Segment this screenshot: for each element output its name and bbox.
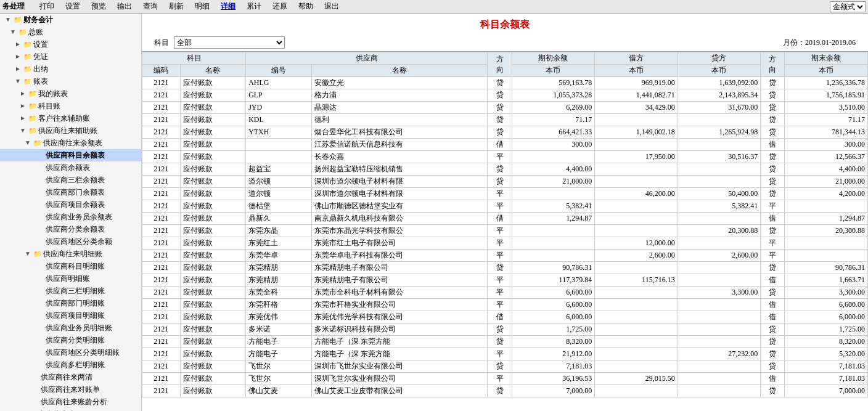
cell-closing-dir: 贷 <box>761 336 785 348</box>
expand-icon[interactable]: ► <box>15 39 22 50</box>
table-row[interactable]: 2121 应付账款 德枯堡 佛山市顺德区德枯堡实业有 平 5,382.41 5,… <box>142 200 868 213</box>
sidebar-item-供应商三栏明细账[interactable]: 供应商三栏明细账 <box>0 285 141 297</box>
menu-item-还原[interactable]: 还原 <box>270 1 290 12</box>
sidebar-item-供应商地区分类明细账[interactable]: 供应商地区分类明细账 <box>0 346 141 359</box>
menu-item-帮助[interactable]: 帮助 <box>296 1 316 12</box>
expand-icon[interactable]: ► <box>20 88 27 99</box>
menu-item-详细[interactable]: 详细 <box>218 1 238 12</box>
format-select[interactable]: 金额式数量式 <box>830 1 866 12</box>
table-row[interactable]: 2121 应付账款 鼎新久 南京鼎新久机电科技有限公 借 1,294.87 借 … <box>142 213 868 225</box>
table-row[interactable]: 2121 应付账款 长春众嘉 平 17,950.00 30,516.37 贷 1… <box>142 151 868 163</box>
table-row[interactable]: 2121 应付账款 GLP 格力浦 贷 1,055,373.28 1,441,0… <box>142 89 868 102</box>
menu-item-退出[interactable]: 退出 <box>322 1 342 12</box>
table-row[interactable]: 2121 应付账款 多米诺 多米诺标识科技有限公司 贷 1,725.00 贷 1… <box>142 324 868 336</box>
cell-supplier-name: 东莞华卓电子科技有限公司 <box>311 250 488 262</box>
sidebar-item-供应商分类余额表[interactable]: 供应商分类余额表 <box>0 223 141 235</box>
sidebar-item-科目账[interactable]: ►📁科目账 <box>0 100 141 112</box>
menu-item-累计[interactable]: 累计 <box>244 1 264 12</box>
expand-icon[interactable]: ▼ <box>25 137 32 149</box>
sidebar-item-供应商往来对账单[interactable]: 供应商往来对账单 <box>0 383 141 396</box>
sidebar-item-供应商项目明细账[interactable]: 供应商项目明细账 <box>0 309 141 322</box>
expand-icon[interactable]: ▼ <box>5 14 12 25</box>
cell-code: 2121 <box>142 200 181 213</box>
sidebar-item-供应商三栏余额表[interactable]: 供应商三栏余额表 <box>0 174 141 186</box>
table-row[interactable]: 2121 应付账款 道尔顿 深圳市道尔顿电子材料有限 平 46,200.00 5… <box>142 188 868 200</box>
sidebar-item-供应商往来余额表[interactable]: ▼📁供应商往来余额表 <box>0 137 141 149</box>
table-row[interactable]: 2121 应付账款 飞世尔 深圳市飞世尔实业有限公司 贷 7,181.03 贷 … <box>142 360 868 373</box>
cell-subject: 应付账款 <box>180 200 245 213</box>
table-row[interactable]: 2121 应付账款 道尔顿 深圳市道尔顿电子材料有限 贷 21,000.00 贷… <box>142 176 868 188</box>
sidebar-item-总账[interactable]: ▼📁总账 <box>0 26 141 38</box>
sidebar-item-供应商地区分类余额[interactable]: 供应商地区分类余额 <box>0 235 141 248</box>
sidebar-item-供应商项目余额表[interactable]: 供应商项目余额表 <box>0 198 141 211</box>
sidebar-item-出纳[interactable]: ►📁出纳 <box>0 63 141 75</box>
folder-icon: 📁 <box>33 137 42 149</box>
sidebar-item-个人往来账[interactable]: ►📁个人往来账 <box>0 408 141 411</box>
table-row[interactable]: 2121 应付账款 飞世尔 深圳飞世尔实业有限公司 平 36,196.53 29… <box>142 373 868 385</box>
sidebar-item-供应商部门余额表[interactable]: 供应商部门余额表 <box>0 186 141 198</box>
expand-icon[interactable]: ► <box>15 63 22 75</box>
sidebar-item-账表[interactable]: ▼📁账表 <box>0 75 141 87</box>
cell-supplier-code: 东莞红土 <box>246 237 311 250</box>
menu-item-设置[interactable]: 设置 <box>63 1 83 12</box>
table-row[interactable]: 2121 应付账款 佛山艾麦 佛山艾麦工业皮带有限公司 贷 7,000.00 贷… <box>142 385 868 397</box>
sidebar-item-供应商业务员明细账[interactable]: 供应商业务员明细账 <box>0 322 141 334</box>
sidebar-item-供应商明细账[interactable]: 供应商明细账 <box>0 272 141 285</box>
sidebar-item-供应商科目明细账[interactable]: 供应商科目明细账 <box>0 260 141 272</box>
sidebar-item-供应商业务员余额表[interactable]: 供应商业务员余额表 <box>0 211 141 223</box>
table-row[interactable]: 2121 应付账款 东莞秆格 东莞市秆格实业有限公司 平 6,600.00 借 … <box>142 299 868 311</box>
sidebar-item-供应商往来辅助账[interactable]: ▼📁供应商往来辅助账 <box>0 124 141 137</box>
subject-select[interactable]: 全部2121 <box>174 36 285 49</box>
table-row[interactable]: 2121 应付账款 方能电子 方能电子（深 东莞方能 平 21,912.00 2… <box>142 348 868 360</box>
table-row[interactable]: 2121 应付账款 超益宝 扬州超益宝勒特压缩机销售 贷 4,400.00 贷 … <box>142 163 868 176</box>
menu-item-打印[interactable]: 打印 <box>37 1 57 12</box>
cell-closing-dir: 贷 <box>761 151 785 163</box>
menu-item-刷新[interactable]: 刷新 <box>166 1 186 12</box>
sidebar-item-客户往来辅助账[interactable]: ►📁客户往来辅助账 <box>0 112 141 124</box>
sidebar-item-我的账表[interactable]: ►📁我的账表 <box>0 87 141 100</box>
sidebar-item-供应商科目余额表[interactable]: 供应商科目余额表 <box>0 149 141 161</box>
table-row[interactable]: 2121 应付账款 东莞优伟 东莞优伟光学科技有限公司 借 6,000.00 借… <box>142 311 868 324</box>
table-row[interactable]: 2121 应付账款 东莞东晶 东莞市东晶光学科技有限公 平 20,300.88 … <box>142 225 868 237</box>
cell-dir: 平 <box>488 250 512 262</box>
menu-item-明细[interactable]: 明细 <box>192 1 212 12</box>
expand-icon[interactable]: ▼ <box>20 125 27 136</box>
expand-icon[interactable]: ▼ <box>10 26 17 38</box>
menu-item-查询[interactable]: 查询 <box>141 1 160 12</box>
menu-item-预览[interactable]: 预览 <box>89 1 108 12</box>
table-row[interactable]: 2121 应付账款 AHLG 安徽立光 贷 569,163.78 969,919… <box>142 77 868 89</box>
sidebar-item-供应商往来两清[interactable]: 供应商往来两清 <box>0 371 141 383</box>
table-container[interactable]: 科目 供应商 方向 期初余额 借方 贷方 方向 期末余额 编码 名称 编号 名称… <box>142 51 868 411</box>
cell-supplier-code <box>246 151 311 163</box>
expand-icon[interactable]: ▼ <box>25 248 32 259</box>
sidebar-item-供应商往来明细账[interactable]: ▼📁供应商往来明细账 <box>0 248 141 260</box>
sidebar-item-设置[interactable]: ►📁设置 <box>0 38 141 51</box>
cell-credit: 5,382.41 <box>678 200 761 213</box>
table-row[interactable]: 2121 应付账款 东莞精朋 东莞精朋电子有限公司 贷 90,786.31 贷 … <box>142 262 868 274</box>
table-row[interactable]: 2121 应付账款 方能电子 方能电子（深 东莞方能 贷 8,320.00 贷 … <box>142 336 868 348</box>
table-row[interactable]: 2121 应付账款 东莞红土 东莞市红土电子有限公司 平 12,000.00 平 <box>142 237 868 250</box>
table-row[interactable]: 2121 应付账款 东莞华卓 东莞华卓电子科技有限公司 平 2,600.00 2… <box>142 250 868 262</box>
expand-icon[interactable]: ► <box>20 100 27 112</box>
table-row[interactable]: 2121 应付账款 东莞全科 东莞市全科电子材料有限公 平 6,600.00 3… <box>142 287 868 299</box>
table-row[interactable]: 2121 应付账款 东莞精朋 东莞精朋电子有限公司 平 117,379.84 1… <box>142 274 868 287</box>
sidebar-item-供应商往来账龄分析[interactable]: 供应商往来账龄分析 <box>0 396 141 408</box>
sidebar-item-凭证[interactable]: ►📁凭证 <box>0 51 141 63</box>
expand-icon[interactable]: ▼ <box>15 76 22 87</box>
cell-supplier-code: 道尔顿 <box>246 188 311 200</box>
table-row[interactable]: 2121 应付账款 YTXH 烟台昱华化工科技有限公司 贷 664,421.33… <box>142 126 868 139</box>
table-row[interactable]: 2121 应付账款 JYD 晶源达 贷 6,269.00 34,429.00 3… <box>142 102 868 114</box>
sidebar-item-供应商余额表[interactable]: 供应商余额表 <box>0 161 141 174</box>
sidebar-item-供应商多栏明细账[interactable]: 供应商多栏明细账 <box>0 359 141 371</box>
menu-item-输出[interactable]: 输出 <box>115 1 134 12</box>
expand-icon[interactable]: ► <box>20 113 27 124</box>
folder-icon: 📁 <box>33 248 42 259</box>
sidebar-item-供应商部门明细账[interactable]: 供应商部门明细账 <box>0 297 141 309</box>
sidebar-item-供应商分类明细账[interactable]: 供应商分类明细账 <box>0 334 141 346</box>
table-row[interactable]: 2121 应付账款 KDL 德利 贷 71.17 贷 71.17 <box>142 114 868 126</box>
expand-icon[interactable]: ► <box>20 409 27 411</box>
table-row[interactable]: 2121 应付账款 江苏爱信诺航天信息科技有 借 300.00 借 300.00 <box>142 139 868 151</box>
cell-credit <box>678 262 761 274</box>
cell-dir: 贷 <box>488 102 512 114</box>
expand-icon[interactable]: ► <box>15 51 22 62</box>
